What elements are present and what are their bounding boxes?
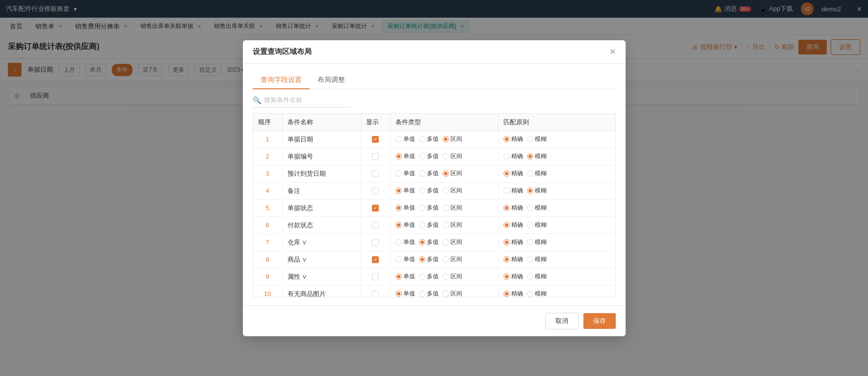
- radio-range[interactable]: [443, 273, 449, 280]
- type-single[interactable]: 单值: [395, 135, 415, 143]
- match-exact[interactable]: 精确: [503, 272, 523, 281]
- radio-fuzzy[interactable]: [527, 136, 533, 142]
- match-exact[interactable]: 精确: [503, 204, 523, 212]
- radio-single[interactable]: [395, 239, 402, 245]
- type-single[interactable]: 单值: [395, 272, 415, 281]
- radio-fuzzy[interactable]: [527, 188, 533, 194]
- radio-range[interactable]: [443, 222, 449, 228]
- radio-range[interactable]: [443, 153, 449, 160]
- display-checkbox[interactable]: [372, 291, 379, 297]
- display-checkbox[interactable]: [372, 239, 379, 246]
- tab-field-settings[interactable]: 查询字段设置: [253, 72, 310, 89]
- type-multi[interactable]: 多值: [419, 135, 439, 143]
- row-display[interactable]: [361, 201, 391, 215]
- radio-fuzzy[interactable]: [527, 205, 533, 211]
- type-single[interactable]: 单值: [395, 169, 415, 178]
- radio-fuzzy[interactable]: [527, 256, 533, 263]
- row-display[interactable]: [361, 132, 391, 147]
- type-range[interactable]: 区间: [443, 204, 462, 212]
- radio-range[interactable]: [443, 205, 449, 211]
- type-range[interactable]: 区间: [443, 135, 462, 143]
- match-exact[interactable]: 精确: [503, 255, 523, 264]
- type-single[interactable]: 单值: [395, 290, 415, 297]
- match-fuzzy[interactable]: 模糊: [527, 255, 547, 264]
- match-fuzzy[interactable]: 模糊: [527, 272, 547, 281]
- radio-exact[interactable]: [503, 291, 510, 297]
- type-range[interactable]: 区间: [443, 272, 462, 281]
- display-checkbox[interactable]: [372, 188, 379, 194]
- type-multi[interactable]: 多值: [419, 238, 439, 246]
- type-single[interactable]: 单值: [395, 221, 415, 229]
- radio-range[interactable]: [443, 291, 449, 297]
- match-exact[interactable]: 精确: [503, 169, 523, 178]
- type-multi[interactable]: 多值: [419, 221, 439, 229]
- radio-multi[interactable]: [419, 222, 425, 228]
- radio-fuzzy[interactable]: [527, 273, 533, 280]
- radio-single[interactable]: [395, 153, 402, 160]
- row-display[interactable]: [361, 252, 391, 267]
- display-checkbox[interactable]: [372, 136, 379, 143]
- radio-range[interactable]: [443, 136, 449, 142]
- match-exact[interactable]: 精确: [503, 135, 523, 143]
- type-range[interactable]: 区间: [443, 238, 462, 246]
- match-fuzzy[interactable]: 模糊: [527, 204, 547, 212]
- radio-single[interactable]: [395, 256, 402, 263]
- match-exact[interactable]: 精确: [503, 221, 523, 229]
- radio-exact[interactable]: [503, 188, 510, 194]
- cancel-button[interactable]: 取消: [545, 313, 579, 329]
- match-exact[interactable]: 精确: [503, 238, 523, 246]
- match-fuzzy[interactable]: 模糊: [527, 135, 547, 143]
- row-display[interactable]: [361, 184, 391, 198]
- radio-exact[interactable]: [503, 136, 510, 142]
- radio-single[interactable]: [395, 273, 402, 280]
- match-fuzzy[interactable]: 模糊: [527, 169, 547, 178]
- row-display[interactable]: [361, 235, 391, 250]
- row-display[interactable]: [361, 269, 391, 284]
- match-fuzzy[interactable]: 模糊: [527, 238, 547, 246]
- type-multi[interactable]: 多值: [419, 255, 439, 264]
- type-multi[interactable]: 多值: [419, 272, 439, 281]
- radio-multi[interactable]: [419, 205, 425, 211]
- display-checkbox[interactable]: [372, 256, 379, 263]
- match-exact[interactable]: 精确: [503, 187, 523, 195]
- search-input[interactable]: [264, 96, 351, 104]
- type-multi[interactable]: 多值: [419, 204, 439, 212]
- radio-exact[interactable]: [503, 256, 510, 263]
- radio-fuzzy[interactable]: [527, 222, 533, 228]
- radio-single[interactable]: [395, 291, 402, 297]
- radio-multi[interactable]: [419, 273, 425, 280]
- radio-fuzzy[interactable]: [527, 291, 533, 297]
- radio-single[interactable]: [395, 222, 402, 228]
- radio-exact[interactable]: [503, 222, 510, 228]
- type-multi[interactable]: 多值: [419, 169, 439, 178]
- type-range[interactable]: 区间: [443, 187, 462, 195]
- row-display[interactable]: [361, 149, 391, 164]
- radio-multi[interactable]: [419, 153, 425, 160]
- display-checkbox[interactable]: [372, 222, 379, 229]
- radio-single[interactable]: [395, 170, 402, 177]
- radio-multi[interactable]: [419, 136, 425, 142]
- match-fuzzy[interactable]: 模糊: [527, 290, 547, 297]
- type-single[interactable]: 单值: [395, 152, 415, 161]
- match-exact[interactable]: 精确: [503, 152, 523, 161]
- radio-single[interactable]: [395, 205, 402, 211]
- type-multi[interactable]: 多值: [419, 187, 439, 195]
- radio-exact[interactable]: [503, 239, 510, 245]
- tab-layout-adjust[interactable]: 布局调整: [310, 72, 353, 89]
- type-multi[interactable]: 多值: [419, 290, 439, 297]
- radio-multi[interactable]: [419, 188, 425, 194]
- radio-multi[interactable]: [419, 256, 425, 263]
- radio-range[interactable]: [443, 188, 449, 194]
- radio-single[interactable]: [395, 136, 402, 142]
- radio-exact[interactable]: [503, 205, 510, 211]
- radio-multi[interactable]: [419, 170, 425, 177]
- row-display[interactable]: [361, 166, 391, 181]
- radio-exact[interactable]: [503, 153, 510, 160]
- row-display[interactable]: [361, 287, 391, 297]
- display-checkbox[interactable]: [372, 153, 379, 160]
- type-multi[interactable]: 多值: [419, 152, 439, 161]
- type-range[interactable]: 区间: [443, 255, 462, 264]
- match-exact[interactable]: 精确: [503, 290, 523, 297]
- type-single[interactable]: 单值: [395, 187, 415, 195]
- radio-fuzzy[interactable]: [527, 170, 533, 177]
